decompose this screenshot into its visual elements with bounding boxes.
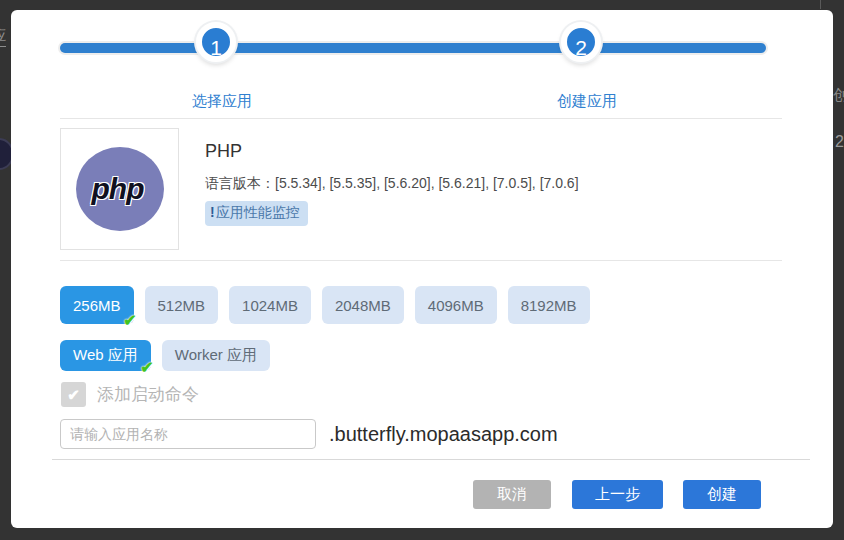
memory-option-1024mb[interactable]: 1024MB — [229, 286, 311, 324]
step-1-label: 选择应用 — [162, 92, 282, 111]
exclamation-icon: ! — [210, 204, 215, 220]
memory-option-2048mb[interactable]: 2048MB — [322, 286, 404, 324]
memory-option-label: 1024MB — [242, 297, 298, 314]
divider — [60, 118, 782, 119]
step-2-label: 创建应用 — [527, 92, 647, 111]
check-icon: ✔ — [140, 358, 153, 377]
background-divider-fragment — [820, 0, 821, 9]
start-command-row: ✔ 添加启动命令 — [61, 382, 199, 407]
stepper-progress-bar — [60, 43, 766, 53]
domain-suffix: .butterfly.mopaasapp.com — [329, 423, 558, 446]
app-type-option-worker[interactable]: Worker 应用 — [162, 340, 270, 371]
divider — [60, 260, 782, 261]
app-type-options-row: Web 应用 ✔ Worker 应用 — [60, 340, 270, 371]
memory-option-8192mb[interactable]: 8192MB — [508, 286, 590, 324]
app-type-option-web[interactable]: Web 应用 ✔ — [60, 340, 151, 371]
memory-option-label: 2048MB — [335, 297, 391, 314]
step-1-circle[interactable]: 1 — [196, 22, 236, 62]
cancel-button[interactable]: 取消 — [473, 480, 551, 509]
memory-option-label: 256MB — [73, 297, 121, 314]
memory-option-512mb[interactable]: 512MB — [145, 286, 219, 324]
background-text-fragment: 2 — [835, 133, 844, 151]
background-text-fragment: 创 — [833, 86, 844, 105]
memory-option-label: 4096MB — [428, 297, 484, 314]
memory-option-label: 8192MB — [521, 297, 577, 314]
background-text-fragment: 应 — [0, 27, 6, 47]
divider — [52, 459, 810, 460]
memory-option-4096mb[interactable]: 4096MB — [415, 286, 497, 324]
php-logo-text: php — [92, 172, 148, 206]
app-type-option-label: Web 应用 — [73, 346, 138, 365]
start-command-checkbox[interactable]: ✔ — [61, 382, 86, 407]
memory-option-label: 512MB — [158, 297, 206, 314]
app-title: PHP — [205, 141, 242, 162]
memory-options-row: 256MB ✔ 512MB 1024MB 2048MB 4096MB 8192M… — [60, 286, 590, 324]
app-language-versions: 语言版本：[5.5.34], [5.5.35], [5.6.20], [5.6.… — [205, 175, 579, 193]
app-name-row: .butterfly.mopaasapp.com — [60, 419, 558, 449]
create-app-modal: 1 2 选择应用 创建应用 php PHP 语言版本：[5.5.34], [5.… — [11, 10, 833, 528]
check-icon: ✔ — [123, 311, 136, 330]
apm-badge: !应用性能监控 — [205, 201, 308, 226]
php-logo-icon: php — [76, 147, 164, 231]
create-button[interactable]: 创建 — [683, 480, 761, 509]
memory-option-256mb[interactable]: 256MB ✔ — [60, 286, 134, 324]
app-type-option-label: Worker 应用 — [175, 346, 257, 365]
start-command-label: 添加启动命令 — [97, 383, 199, 406]
php-logo-box: php — [60, 128, 179, 250]
previous-step-button[interactable]: 上一步 — [572, 480, 663, 509]
apm-badge-label: 应用性能监控 — [216, 204, 300, 220]
app-name-input[interactable] — [60, 419, 316, 449]
step-2-circle[interactable]: 2 — [561, 22, 601, 62]
